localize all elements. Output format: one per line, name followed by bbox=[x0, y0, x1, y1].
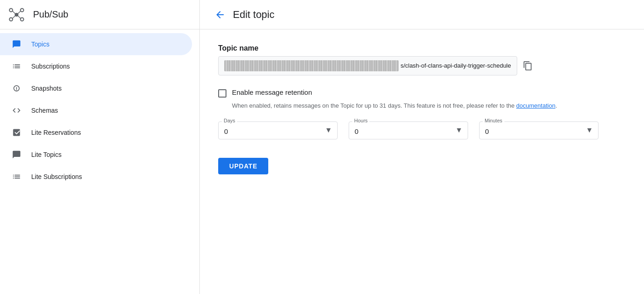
sidebar-label-lite-reservations: Lite Reservations bbox=[31, 129, 81, 136]
sidebar-item-schemas[interactable]: Schemas bbox=[0, 99, 192, 121]
pubsub-logo-icon bbox=[7, 6, 26, 24]
sidebar-item-lite-topics[interactable]: Lite Topics bbox=[0, 144, 192, 166]
update-button[interactable]: UPDATE bbox=[218, 158, 268, 174]
sidebar-item-lite-reservations[interactable]: Lite Reservations bbox=[0, 121, 192, 144]
sidebar-label-snapshots: Snapshots bbox=[31, 85, 62, 92]
minutes-label: Minutes bbox=[483, 118, 504, 123]
copy-topic-name-button[interactable] bbox=[521, 59, 535, 73]
page-title: Edit topic bbox=[233, 9, 275, 21]
schemas-icon bbox=[11, 105, 22, 116]
app-title: Pub/Sub bbox=[33, 9, 68, 20]
days-select[interactable]: 0 bbox=[218, 121, 338, 139]
hours-label: Hours bbox=[352, 118, 369, 123]
days-label: Days bbox=[222, 118, 237, 123]
minutes-select[interactable]: 0 bbox=[479, 121, 599, 139]
topics-icon bbox=[11, 39, 22, 50]
back-button[interactable] bbox=[211, 6, 229, 24]
sidebar-item-lite-subscriptions[interactable]: Lite Subscriptions bbox=[0, 166, 192, 188]
topic-name-label: Topic name bbox=[218, 44, 626, 52]
hours-dropdown-group: Hours 0 ▼ bbox=[349, 121, 468, 139]
topic-name-row: s/clash-of-clans-api-daily-trigger-sched… bbox=[218, 56, 626, 75]
subscriptions-icon bbox=[11, 61, 22, 72]
days-dropdown-group: Days 0 ▼ bbox=[218, 121, 338, 139]
sidebar-item-subscriptions[interactable]: Subscriptions bbox=[0, 55, 192, 77]
main-content: Topic name s/clash-of-clans-api-daily-tr… bbox=[200, 29, 644, 294]
sidebar-item-snapshots[interactable]: Snapshots bbox=[0, 77, 192, 99]
retention-checkbox-row: Enable message retention bbox=[218, 88, 626, 98]
sidebar-label-subscriptions: Subscriptions bbox=[31, 63, 70, 70]
svg-line-7 bbox=[12, 15, 16, 18]
retention-description: When enabled, retains messages on the To… bbox=[232, 101, 626, 110]
enable-retention-label[interactable]: Enable message retention bbox=[232, 88, 312, 96]
sidebar-item-topics[interactable]: Topics bbox=[0, 33, 192, 55]
retention-doc-link[interactable]: documentation bbox=[516, 102, 555, 109]
topic-name-blur bbox=[224, 60, 399, 71]
sidebar-header: Pub/Sub bbox=[0, 0, 200, 29]
sidebar-label-schemas: Schemas bbox=[31, 107, 58, 114]
svg-line-6 bbox=[17, 11, 21, 14]
main-header: Edit topic bbox=[200, 0, 644, 29]
lite-reservations-icon bbox=[11, 127, 22, 138]
lite-topics-icon bbox=[11, 149, 22, 160]
sidebar-label-lite-subscriptions: Lite Subscriptions bbox=[31, 173, 82, 180]
retention-dropdowns-row: Days 0 ▼ Hours 0 ▼ Minutes 0 ▼ bbox=[218, 121, 626, 139]
hours-select[interactable]: 0 bbox=[349, 121, 468, 139]
snapshots-icon bbox=[11, 83, 22, 94]
topic-name-suffix: s/clash-of-clans-api-daily-trigger-sched… bbox=[401, 62, 511, 69]
topic-name-field: s/clash-of-clans-api-daily-trigger-sched… bbox=[218, 56, 517, 75]
lite-subscriptions-icon bbox=[11, 171, 22, 182]
sidebar: Topics Subscriptions Snapshots Schemas bbox=[0, 29, 200, 294]
minutes-dropdown-group: Minutes 0 ▼ bbox=[479, 121, 599, 139]
sidebar-label-topics: Topics bbox=[31, 40, 50, 48]
enable-retention-checkbox[interactable] bbox=[218, 89, 226, 98]
svg-line-8 bbox=[17, 15, 21, 18]
svg-line-5 bbox=[12, 11, 16, 14]
sidebar-label-lite-topics: Lite Topics bbox=[31, 151, 62, 158]
retention-desc-text: When enabled, retains messages on the To… bbox=[232, 102, 514, 109]
